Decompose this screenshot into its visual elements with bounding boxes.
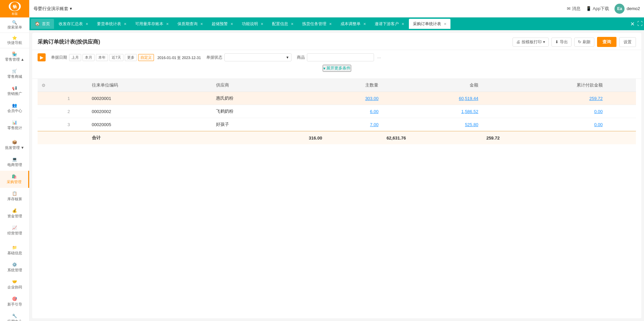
more-dots-icon[interactable]: ···: [377, 55, 381, 60]
tab-task[interactable]: 拣货任务管理 ✕: [298, 19, 336, 29]
tab-close-icon[interactable]: ✕: [166, 22, 169, 26]
app-download-label: App下载: [593, 6, 609, 12]
tab-close-icon[interactable]: ✕: [329, 22, 332, 26]
refresh-button[interactable]: ↻ 刷新: [574, 38, 594, 47]
sidebar-item-quicknav[interactable]: ⭐ 快捷导航: [0, 33, 29, 48]
refresh-icon: ↻: [578, 40, 581, 44]
sidebar-item-enterprise[interactable]: 🤝 企业协同: [0, 276, 29, 293]
tab-label: 可用量库存账本: [135, 21, 163, 27]
date-btn-last-month[interactable]: 上月: [69, 54, 81, 61]
date-btn-more[interactable]: 更多: [125, 54, 137, 61]
tab-close-icon[interactable]: ✕: [124, 22, 126, 26]
sidebar-item-wholesale[interactable]: 📦 批发管理 ▼: [0, 137, 29, 154]
tab-overstock[interactable]: 超储预警 ✕: [208, 19, 237, 29]
print-button[interactable]: 🖨 按模板打印 ▾: [513, 38, 549, 47]
workspace-selector[interactable]: 母婴行业演示账套 ▾: [34, 6, 72, 12]
tab-close-icon[interactable]: ✕: [230, 22, 233, 26]
tab-label: 首页: [42, 21, 50, 27]
query-button[interactable]: 查询: [597, 37, 616, 47]
home-icon: 🏠: [35, 21, 40, 26]
tab-order-stats[interactable]: 要货单统计表 ✕: [93, 19, 130, 29]
app-download-button[interactable]: 📱 App下载: [586, 6, 609, 12]
tab-label: 要货单统计表: [97, 21, 121, 27]
maximize-icon[interactable]: ⛶: [637, 21, 643, 27]
chevron-down-icon: ▾: [543, 40, 545, 44]
tab-func-desc[interactable]: 功能说明 ✕: [238, 19, 267, 29]
table-row: 2 00020002 飞鹤奶粉 6.00 1,586.52 0.00: [38, 105, 636, 118]
settings-button[interactable]: 设置: [619, 37, 636, 47]
tab-home[interactable]: 🏠 首页: [31, 19, 54, 29]
newbie-icon: 🎯: [12, 297, 17, 301]
sidebar-item-retail-mall[interactable]: 🛒 零售商城: [0, 65, 29, 83]
sidebar-item-label: 应用中心: [7, 319, 22, 321]
tab-inventory[interactable]: 可用量库存账本 ✕: [131, 19, 173, 29]
row-settings: [38, 105, 50, 118]
sidebar-item-finance[interactable]: 💰 资金管理: [0, 205, 29, 222]
close-all-icon[interactable]: ✕: [630, 21, 635, 27]
sidebar-item-member[interactable]: 👥 会员中心: [0, 100, 29, 117]
table-row: 1 00020001 惠氏奶粉 303.00 60,519.44 259.72: [38, 92, 636, 105]
tab-label: 保质期查询: [177, 21, 198, 27]
sidebar-item-operations[interactable]: 📈 经营管理: [0, 222, 29, 239]
sidebar-item-retail-stats[interactable]: 📊 零售统计: [0, 117, 29, 134]
expand-more-button[interactable]: ▾ 展开更多条件: [323, 65, 351, 72]
row-amount: 525.80: [382, 118, 482, 131]
page-content: 采购订单统计表(按供应商) 🖨 按模板打印 ▾ ⬇ 导出 ↻ 刷新 查询 设置: [32, 33, 641, 318]
goods-label: 商品: [297, 55, 305, 60]
footer-quantity: 316.00: [305, 131, 383, 144]
tab-purchase-stats[interactable]: 采购订单统计表 ✕: [409, 19, 450, 29]
tab-label: 采购订单统计表: [413, 21, 441, 27]
logo-icon: 畅: [9, 2, 21, 11]
sidebar-item-purchase[interactable]: 🛍️ 采购管理: [0, 171, 29, 188]
sidebar-item-marketing[interactable]: 📢 营销推广: [0, 83, 29, 100]
tab-config[interactable]: 配置信息 ✕: [268, 19, 298, 29]
tab-close-icon[interactable]: ✕: [401, 22, 404, 26]
tab-close-icon[interactable]: ✕: [363, 22, 366, 26]
date-btn-this-month[interactable]: 本月: [83, 54, 95, 61]
tab-label: 收发存汇总表: [59, 21, 83, 27]
sidebar-item-newbie[interactable]: 🎯 新手引导: [0, 293, 29, 310]
col-header-supplier: 供应商: [212, 79, 305, 92]
sidebar-item-label: 经营管理: [7, 231, 22, 236]
sidebar-item-search[interactable]: 🔍 搜索菜单: [0, 17, 29, 33]
sidebar-item-label: 搜索菜单: [1, 25, 28, 30]
date-btn-7days[interactable]: 近7天: [109, 54, 123, 61]
tab-label: 配置信息: [272, 21, 288, 27]
date-btn-custom[interactable]: 自定义: [138, 54, 154, 61]
tab-invite[interactable]: 邀请下游客户 ✕: [371, 19, 408, 29]
sidebar-item-appcenter[interactable]: 🔧 应用中心: [0, 310, 29, 321]
tab-cost[interactable]: 成本调整单 ✕: [336, 19, 370, 29]
row-paid: 259.72: [482, 92, 607, 105]
table-footer-row: 合计 316.00 62,631.76 259.72: [38, 131, 636, 144]
column-settings-icon[interactable]: ⚙: [42, 83, 46, 88]
sidebar-item-label: 会员中心: [7, 108, 22, 113]
phone-icon: 📱: [586, 6, 591, 11]
tab-close-icon[interactable]: ✕: [444, 22, 446, 26]
sidebar-item-label: 批发管理 ▼: [5, 145, 24, 150]
row-extra: [607, 105, 636, 118]
export-button[interactable]: ⬇ 导出: [551, 38, 572, 47]
table-row: 3 00020005 好孩子 7.00 525.80 0.00: [38, 118, 636, 131]
tab-collect[interactable]: 收发存汇总表 ✕: [55, 19, 92, 29]
tab-close-icon[interactable]: ✕: [200, 22, 203, 26]
sidebar-item-retail[interactable]: 🏪 零售管理 ▲: [0, 48, 29, 65]
sidebar-item-basic[interactable]: 📁 基础信息: [0, 242, 29, 259]
status-select[interactable]: ▾: [224, 53, 291, 61]
tab-close-icon[interactable]: ✕: [86, 22, 88, 26]
tab-expiry[interactable]: 保质期查询 ✕: [173, 19, 207, 29]
user-menu[interactable]: Ea demo2: [614, 4, 640, 14]
filter-toggle-button[interactable]: ▶: [38, 53, 46, 61]
footer-empty4: [607, 131, 636, 144]
tab-close-icon[interactable]: ✕: [261, 22, 263, 26]
goods-input[interactable]: [307, 53, 374, 61]
sidebar-item-system[interactable]: ⚙️ 系统管理: [0, 259, 29, 276]
sidebar-item-label: 库存核算: [7, 197, 22, 202]
sidebar-item-label: 企业协同: [7, 285, 22, 290]
tab-close-icon[interactable]: ✕: [291, 22, 293, 26]
sidebar-item-label: 零售商城: [7, 74, 22, 79]
date-label: 单据日期: [51, 55, 67, 60]
sidebar-item-ecommerce[interactable]: 💻 电商管理: [0, 154, 29, 171]
message-button[interactable]: ✉ 消息: [567, 6, 581, 12]
date-btn-this-year[interactable]: 本年: [96, 54, 108, 61]
sidebar-item-inventory[interactable]: 📋 库存核算: [0, 188, 29, 205]
